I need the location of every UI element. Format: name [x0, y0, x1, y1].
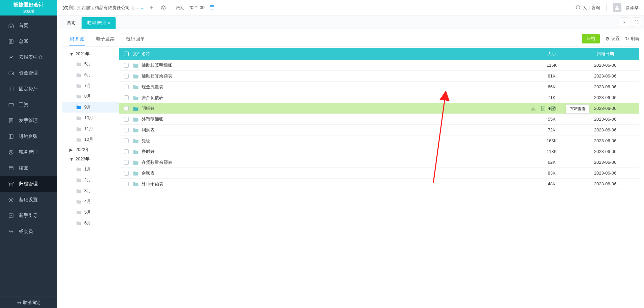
sidebar-item-close[interactable]: 结账	[0, 160, 57, 176]
refresh-link[interactable]: ↻ 刷新	[625, 36, 639, 42]
select-all-checkbox[interactable]	[124, 52, 129, 56]
sidebar-item-guide[interactable]: 新手引导	[0, 208, 57, 223]
month-node[interactable]: 6月	[62, 218, 119, 228]
add-company-button[interactable]	[147, 3, 156, 12]
file-size: 113K	[528, 149, 575, 154]
archive-date: 2023-06-06	[575, 160, 639, 165]
company-selector[interactable]: (勿删）江西服宝精品有限责任公司（... ⌄	[63, 5, 144, 11]
period-value[interactable]: 2021-09	[188, 5, 205, 10]
folder-icon	[133, 117, 139, 122]
row-checkbox[interactable]	[124, 117, 129, 122]
settings-link[interactable]: ⚙ 设置	[605, 36, 620, 42]
month-node[interactable]: 9月	[62, 102, 119, 113]
row-checkbox[interactable]	[124, 182, 129, 186]
year-node[interactable]: ▼2023年	[62, 154, 119, 164]
row-checkbox[interactable]	[124, 106, 129, 111]
sidebar-item-stock[interactable]: 进销台账	[0, 128, 57, 144]
row-checkbox[interactable]	[124, 171, 129, 176]
month-node[interactable]: 1月	[62, 164, 119, 175]
sidebar-item-asset[interactable]: 固定资产	[0, 81, 57, 97]
download-icon[interactable]	[530, 105, 536, 112]
close-icon[interactable]: ×	[108, 17, 110, 29]
row-checkbox[interactable]	[124, 138, 129, 143]
table-row[interactable]: 外币明细账 55K 2023-06-06	[119, 114, 639, 125]
pdf-icon[interactable]	[540, 105, 547, 112]
topbar: (勿删）江西服宝精品有限责任公司（... ⌄ 账期 2021-09 人工咨询	[57, 0, 644, 16]
table-row[interactable]: 利润表 72K 2023-06-06	[119, 125, 639, 135]
sidebar-item-salary[interactable]: 工资	[0, 97, 57, 113]
page-tab-home[interactable]: 首页	[61, 17, 82, 29]
row-checkbox[interactable]	[124, 95, 129, 100]
sidebar-item-fund[interactable]: 资金管理	[0, 65, 57, 81]
month-node[interactable]: 12月	[62, 134, 119, 145]
month-node[interactable]: 6月	[62, 69, 119, 80]
sidebar-item-label: 结账	[19, 165, 28, 171]
sidebar-item-report[interactable]: 云报表中心	[0, 49, 57, 65]
sidebar-item-tax[interactable]: 税务管理	[0, 144, 57, 160]
company-name: (勿删）江西服宝精品有限责任公司（...	[63, 5, 138, 11]
month-node[interactable]: 5月	[62, 59, 119, 69]
month-node[interactable]: 7月	[62, 80, 119, 91]
sidebar-item-home[interactable]: 首页	[0, 18, 57, 33]
user-name[interactable]: 徐泽华	[625, 5, 639, 11]
folder-icon	[133, 106, 139, 111]
table-row[interactable]: 辅助核算明细账 116K 2023-06-06	[119, 60, 639, 71]
year-node[interactable]: ▶2022年	[62, 145, 119, 154]
month-node[interactable]: 5月	[62, 207, 119, 218]
table-row[interactable]: 明细账 46K 2023-06-06 PDF查看	[119, 103, 639, 114]
sidebar-item-ledger[interactable]: 总账	[0, 33, 57, 49]
sidebar-item-invoice[interactable]: 发票管理	[0, 113, 57, 128]
row-checkbox[interactable]	[124, 63, 129, 68]
unpin-sidebar[interactable]: ↤ 取消固定	[0, 297, 57, 308]
period-label: 账期	[176, 5, 184, 11]
archive-button[interactable]: 归档	[582, 34, 600, 43]
sidebar-item-label: 税务管理	[19, 149, 38, 155]
folder-icon	[76, 94, 82, 98]
gear-icon	[8, 197, 14, 203]
calendar-icon[interactable]	[209, 4, 215, 11]
row-checkbox[interactable]	[124, 160, 129, 165]
year-node[interactable]: ▼2021年	[62, 49, 119, 59]
archive-date: 2023-06-06	[575, 63, 639, 68]
month-node[interactable]: 11月	[62, 123, 119, 134]
table-row[interactable]: 外币余额表 48K 2023-06-06	[119, 179, 639, 189]
table-row[interactable]: 凭证 163K 2023-06-06	[119, 135, 639, 146]
file-size: 83K	[528, 171, 575, 176]
avatar[interactable]	[613, 3, 621, 12]
table-row[interactable]: 辅助核算余额表 81K 2023-06-06	[119, 71, 639, 82]
page-tab-archive[interactable]: 归档管理 ×	[82, 17, 116, 29]
sidebar-item-archive[interactable]: 归档管理	[0, 176, 57, 192]
sidebar-item-label: 总账	[19, 38, 28, 44]
row-checkbox[interactable]	[124, 149, 129, 154]
sidebar-item-member[interactable]: 畅会员	[0, 223, 57, 239]
company-settings-button[interactable]	[159, 3, 168, 12]
brand-logo: 畅捷通好会计 旗舰版	[0, 0, 57, 16]
row-checkbox[interactable]	[124, 74, 129, 79]
month-node[interactable]: 3月	[62, 185, 119, 196]
tab-close-button[interactable]: ×	[620, 18, 629, 27]
file-size: 71K	[528, 95, 575, 100]
preview-icon[interactable]	[550, 105, 557, 112]
sidebar-item-label: 工资	[19, 102, 28, 108]
month-node[interactable]: 10月	[62, 113, 119, 123]
table-row[interactable]: 序时账 113K 2023-06-06	[119, 146, 639, 157]
file-name: 明细账	[142, 105, 155, 112]
month-node[interactable]: 8月	[62, 91, 119, 102]
month-tree: ▼2021年5月6月7月8月9月10月11月12月▶2022年▼2023年1月2…	[62, 47, 119, 308]
table-row[interactable]: 存货数量余额表 62K 2023-06-06	[119, 157, 639, 168]
month-node[interactable]: 4月	[62, 196, 119, 207]
row-checkbox[interactable]	[124, 128, 129, 132]
sub-tab[interactable]: 电子发票	[95, 33, 115, 46]
row-checkbox[interactable]	[124, 85, 129, 89]
table-row[interactable]: 资产负债表 71K 2023-06-06	[119, 92, 639, 103]
sub-tab[interactable]: 银行回单	[125, 33, 146, 46]
fullscreen-button[interactable]	[632, 18, 641, 27]
table-row[interactable]: 余额表 83K 2023-06-06	[119, 168, 639, 179]
month-node[interactable]: 2月	[62, 175, 119, 185]
file-name: 存货数量余额表	[142, 159, 172, 165]
table-row[interactable]: 现金流量表 66K 2023-06-06	[119, 82, 639, 92]
support-link[interactable]: 人工咨询	[575, 4, 600, 11]
svg-rect-6	[9, 134, 13, 138]
sidebar-item-settings[interactable]: 基础设置	[0, 192, 57, 208]
sub-tab[interactable]: 财务账	[69, 33, 85, 46]
